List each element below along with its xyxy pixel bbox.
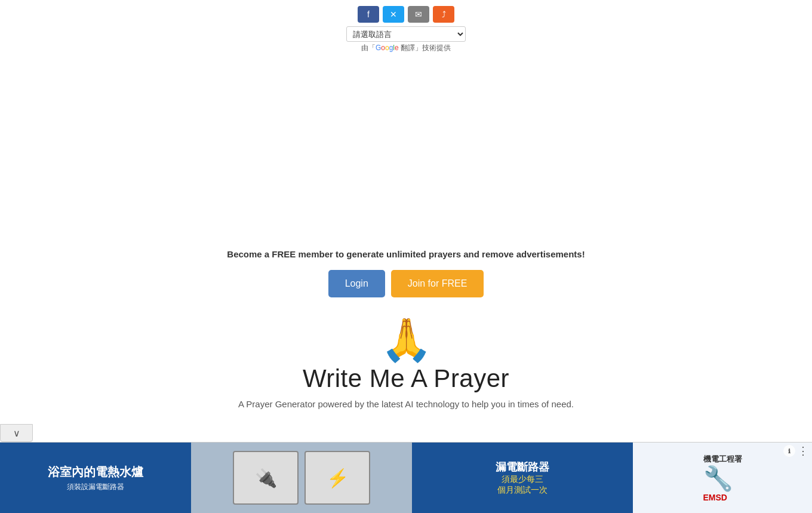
ad-gray-segment: 🔌 ⚡ bbox=[191, 443, 412, 513]
ad-left-segment: 浴室內的電熱水爐 須裝設漏電斷路器 bbox=[0, 443, 191, 513]
membership-section: Become a FREE member to generate unlimit… bbox=[0, 237, 812, 307]
ad-left-sub: 須裝設漏電斷路器 bbox=[67, 482, 124, 492]
ad-left-line1: 浴室內的電熱水爐 bbox=[48, 465, 143, 478]
ad-right-sub1: 須最少每三 bbox=[502, 474, 543, 485]
credit-prefix: 由「 bbox=[361, 44, 376, 52]
language-select[interactable]: 請選取語言 bbox=[346, 26, 466, 42]
share-icon: ⤴ bbox=[442, 10, 446, 19]
heater-device-illustration: 🔌 bbox=[233, 451, 299, 505]
chevron-down-icon: ∨ bbox=[13, 428, 20, 439]
ad-left-line2: 須裝設漏電斷路器 bbox=[67, 483, 124, 491]
ad-dark-blue-segment: 漏電斷路器 須最少每三 個月測試一次 bbox=[412, 443, 633, 513]
join-button[interactable]: Join for FREE bbox=[391, 270, 484, 297]
top-ad-area bbox=[0, 58, 812, 237]
ad-brand-name: 機電工程署 bbox=[703, 454, 742, 465]
ad-brand-short: EMSD bbox=[703, 493, 742, 502]
twitter-icon: ✕ bbox=[390, 10, 397, 19]
ad-left-main: 浴室內的電熱水爐 bbox=[48, 464, 143, 480]
adchoices-icon[interactable]: ℹ bbox=[783, 445, 795, 457]
translate-credit: 由「Google 翻譯」技術提供 bbox=[361, 43, 451, 53]
prayer-section: 🙏 Write Me A Prayer A Prayer Generator p… bbox=[0, 307, 812, 415]
prayer-emoji: 🙏 bbox=[0, 319, 812, 361]
facebook-share-button[interactable]: f bbox=[358, 6, 379, 23]
email-share-button[interactable]: ✉ bbox=[408, 6, 429, 23]
ad-brand-container: 機電工程署 🔧 EMSD bbox=[703, 454, 742, 502]
email-icon: ✉ bbox=[415, 10, 422, 19]
facebook-icon: f bbox=[367, 10, 370, 19]
translate-bar: 請選取語言 由「Google 翻譯」技術提供 bbox=[0, 26, 812, 58]
twitter-share-button[interactable]: ✕ bbox=[383, 6, 404, 23]
prayer-title: Write Me A Prayer bbox=[0, 364, 812, 393]
social-share-bar: f ✕ ✉ ⤴ bbox=[0, 0, 812, 26]
sharethis-button[interactable]: ⤴ bbox=[433, 6, 454, 23]
adchoices-more-icon[interactable]: ⋮ bbox=[798, 445, 808, 457]
collapse-button[interactable]: ∨ bbox=[0, 424, 33, 442]
panel-device-illustration: ⚡ bbox=[304, 451, 370, 505]
membership-prompt: Become a FREE member to generate unlimit… bbox=[0, 249, 812, 259]
membership-buttons: Login Join for FREE bbox=[0, 270, 812, 297]
login-button[interactable]: Login bbox=[328, 270, 385, 297]
bottom-ad-banner: 浴室內的電熱水爐 須裝設漏電斷路器 🔌 ⚡ 漏電斷路器 須最少每三 個月測試一次… bbox=[0, 442, 812, 513]
ad-right-sub2: 個月測試一次 bbox=[497, 485, 548, 496]
emsd-logo: 🔧 bbox=[703, 465, 742, 493]
prayer-subtitle: A Prayer Generator powered by the latest… bbox=[0, 399, 812, 409]
google-logo: Google 翻譯 bbox=[376, 44, 415, 52]
credit-suffix: 」技術提供 bbox=[415, 44, 451, 52]
ad-panel: 浴室內的電熱水爐 須裝設漏電斷路器 🔌 ⚡ 漏電斷路器 須最少每三 個月測試一次… bbox=[0, 443, 812, 513]
ad-right-main: 漏電斷路器 bbox=[496, 460, 549, 474]
